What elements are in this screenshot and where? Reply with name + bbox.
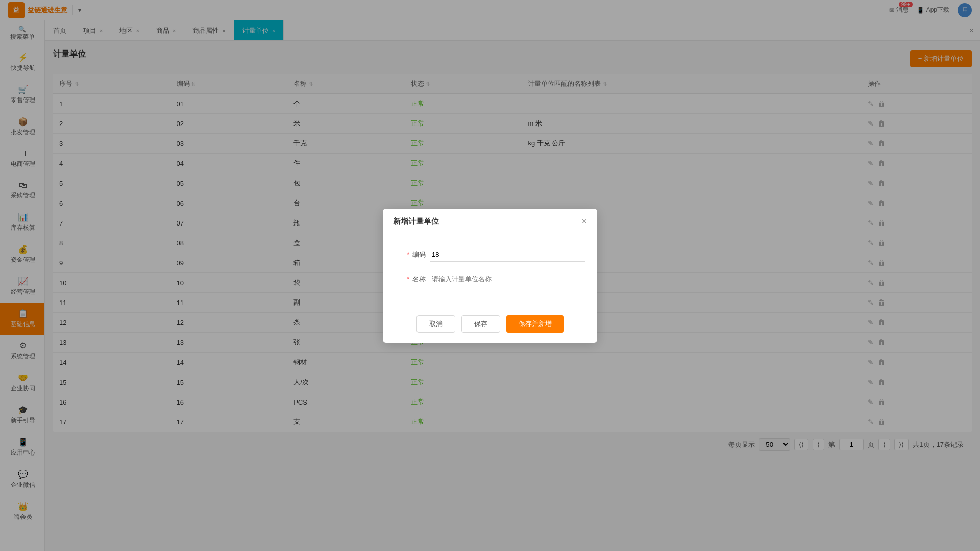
dialog-overlay: 新增计量单位 × * 编码 * 名称 取消 保存 保存并新增 — [0, 0, 980, 551]
cancel-button[interactable]: 取消 — [416, 315, 455, 333]
code-required-mark: * — [407, 251, 409, 258]
name-label: * 名称 — [395, 274, 426, 284]
name-required-mark: * — [407, 275, 409, 283]
save-and-new-button[interactable]: 保存并新增 — [506, 315, 564, 333]
save-button[interactable]: 保存 — [461, 315, 500, 333]
code-input[interactable] — [430, 247, 585, 262]
add-unit-dialog: 新增计量单位 × * 编码 * 名称 取消 保存 保存并新增 — [383, 209, 597, 343]
dialog-title: 新增计量单位 — [393, 217, 439, 227]
name-input[interactable] — [430, 272, 585, 286]
dialog-close-button[interactable]: × — [581, 217, 587, 226]
code-label: * 编码 — [395, 250, 426, 259]
